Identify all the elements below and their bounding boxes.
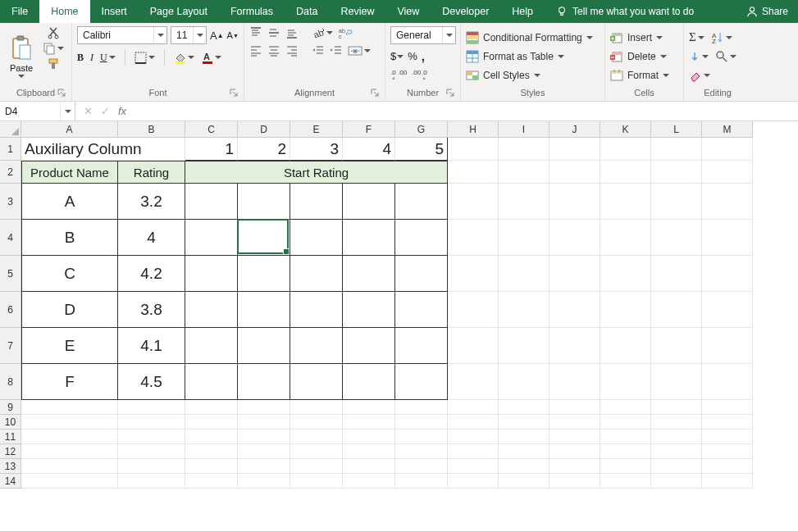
borders-button[interactable] [135, 52, 155, 64]
cut-button[interactable] [43, 26, 64, 39]
cell[interactable] [185, 474, 238, 489]
autosum-button[interactable]: Σ [689, 30, 705, 46]
cell[interactable]: D [21, 292, 118, 328]
cell[interactable]: Start Rating [185, 161, 448, 184]
cell[interactable] [499, 459, 549, 474]
align-middle-button[interactable] [267, 26, 280, 39]
cell[interactable]: B [21, 220, 118, 256]
cell[interactable] [600, 474, 651, 489]
format-painter-button[interactable] [43, 57, 64, 70]
cell[interactable] [185, 220, 238, 256]
cell[interactable] [651, 444, 702, 459]
cell[interactable] [343, 444, 395, 459]
cell[interactable] [448, 400, 499, 415]
column-header[interactable]: F [343, 121, 395, 138]
cell[interactable] [21, 474, 118, 489]
cell[interactable] [448, 138, 499, 161]
cell[interactable] [238, 474, 290, 489]
cell[interactable] [21, 444, 118, 459]
row-header[interactable]: 14 [0, 474, 21, 489]
cell[interactable] [702, 430, 753, 444]
column-header[interactable]: D [238, 121, 290, 138]
select-all-corner[interactable] [0, 121, 21, 138]
cell[interactable] [343, 474, 395, 489]
row-header[interactable]: 2 [0, 161, 21, 184]
cell[interactable] [118, 444, 185, 459]
row-header[interactable]: 5 [0, 256, 21, 292]
cell[interactable] [702, 161, 753, 184]
column-header[interactable]: M [702, 121, 753, 138]
cell[interactable] [343, 184, 395, 220]
column-header[interactable]: C [185, 121, 238, 138]
cell[interactable] [549, 328, 600, 364]
cell[interactable] [448, 430, 499, 444]
cell[interactable]: 4.5 [118, 364, 185, 400]
tab-file[interactable]: File [0, 0, 39, 23]
cell[interactable] [185, 459, 238, 474]
row-header[interactable]: 11 [0, 430, 21, 444]
row-header[interactable]: 7 [0, 328, 21, 364]
cell[interactable] [549, 364, 600, 400]
column-header[interactable]: K [600, 121, 651, 138]
cell[interactable] [651, 400, 702, 415]
cell[interactable] [238, 328, 290, 364]
cell[interactable] [600, 184, 651, 220]
format-cells-button[interactable]: Format [610, 67, 678, 84]
cell[interactable] [21, 400, 118, 415]
name-box[interactable]: D4 [0, 102, 75, 120]
cell[interactable] [702, 474, 753, 489]
cell[interactable] [395, 474, 448, 489]
sort-filter-button[interactable]: AZ [711, 30, 732, 46]
share-button[interactable]: Share [736, 0, 798, 23]
cell[interactable] [549, 474, 600, 489]
cell[interactable] [600, 415, 651, 430]
cell-styles-button[interactable]: Cell Styles [466, 67, 600, 84]
increase-indent-button[interactable] [330, 44, 343, 57]
tell-me[interactable]: Tell me what you want to do [545, 0, 705, 23]
cell[interactable] [600, 328, 651, 364]
cell[interactable] [600, 220, 651, 256]
cell[interactable] [448, 328, 499, 364]
merge-center-button[interactable]: a [348, 44, 371, 57]
cell[interactable]: 3.2 [118, 184, 185, 220]
cell[interactable] [651, 292, 702, 328]
orientation-button[interactable]: ab [312, 26, 333, 39]
cell[interactable] [238, 430, 290, 444]
cell[interactable]: 4 [343, 138, 395, 161]
cell[interactable] [290, 364, 343, 400]
cell[interactable] [395, 184, 448, 220]
enter-formula-button[interactable]: ✓ [101, 105, 110, 117]
cell[interactable] [702, 138, 753, 161]
cell[interactable] [651, 430, 702, 444]
cell[interactable] [600, 444, 651, 459]
cell[interactable] [395, 444, 448, 459]
cell[interactable] [238, 364, 290, 400]
cell[interactable] [651, 256, 702, 292]
cell[interactable] [499, 161, 549, 184]
cell[interactable] [290, 459, 343, 474]
cell[interactable] [651, 138, 702, 161]
cell[interactable] [499, 444, 549, 459]
cell[interactable] [702, 184, 753, 220]
cell[interactable] [499, 430, 549, 444]
cell[interactable] [238, 459, 290, 474]
row-header[interactable]: 6 [0, 292, 21, 328]
font-dialog-launcher[interactable] [229, 88, 239, 98]
accounting-format-button[interactable]: $ [390, 50, 404, 62]
paste-button[interactable]: Paste [5, 26, 38, 86]
decrease-font-button[interactable]: A▼ [227, 30, 239, 40]
cell[interactable] [651, 364, 702, 400]
tab-page-layout[interactable]: Page Layout [139, 0, 219, 23]
formula-input[interactable] [135, 102, 798, 120]
cell[interactable] [238, 184, 290, 220]
cell[interactable]: 3 [290, 138, 343, 161]
fill-color-button[interactable] [174, 52, 194, 64]
cell[interactable] [448, 415, 499, 430]
cell[interactable] [290, 328, 343, 364]
cell[interactable] [395, 328, 448, 364]
increase-decimal-button[interactable]: .0.00 [390, 68, 407, 80]
cell[interactable]: 4 [118, 220, 185, 256]
cell[interactable] [702, 328, 753, 364]
row-header[interactable]: 8 [0, 364, 21, 400]
decrease-decimal-button[interactable]: .00.0 [412, 68, 428, 80]
